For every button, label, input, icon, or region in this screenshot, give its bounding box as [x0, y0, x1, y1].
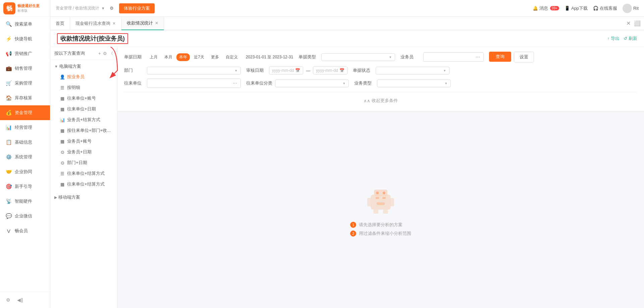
empty-hints: 1 请先选择要分析的方案 2 用过滤条件来缩小分析范围	[350, 222, 411, 237]
date-tab-last-month[interactable]: 上月	[147, 53, 160, 61]
topbar-left: 资金管理 / 收款情况统计 ▾ ⚙ 体验行业方案	[56, 3, 527, 13]
dept-label: 部门	[124, 67, 144, 73]
counterpart-select[interactable]: ···	[147, 79, 241, 88]
basic-icon: 📋	[5, 139, 12, 146]
sidebar-collapse-button[interactable]: ◀‖	[15, 295, 25, 305]
user-info[interactable]: Rit	[623, 4, 639, 13]
calendar-from-icon: 📅	[295, 68, 300, 73]
dept-chevron: ▾	[235, 68, 237, 73]
scheme-item-unit-dept-coll[interactable]: ▦ 按往来单位+部门+收...	[50, 125, 117, 136]
sidebar-item-sales[interactable]: 💼 销售管理	[0, 61, 50, 76]
scheme-item-staff-account[interactable]: ▦ 业务员+账号	[50, 136, 117, 147]
sidebar-bottom: ⚙ ◀‖	[0, 292, 50, 308]
date-tab-this-year[interactable]: 本年	[176, 53, 190, 61]
voucher-status-select[interactable]: ▾	[376, 67, 449, 74]
tab-collection[interactable]: 收款情况统计 ✕	[121, 17, 164, 30]
scheme-item-by-detail[interactable]: ☰ 按明细	[50, 82, 117, 93]
download-icon: 📱	[565, 6, 570, 11]
tab-bank-close[interactable]: ✕	[112, 21, 116, 26]
date-tab-7days[interactable]: 近7天	[191, 53, 207, 61]
messages-button[interactable]: 🔔 消息 99+	[533, 5, 559, 11]
query-button[interactable]: 查询	[489, 52, 511, 62]
review-date-filter: 审核日期 yyyy-mm-dd 📅 — yyyy-mm-dd 📅	[246, 66, 347, 74]
date-tab-this-month[interactable]: 本月	[162, 53, 175, 61]
scheme-item-staff-method[interactable]: 📊 业务员+结算方式	[50, 114, 117, 125]
sidebar-item-system[interactable]: ⚙️ 系统管理	[0, 150, 50, 164]
tab-collection-close[interactable]: ✕	[155, 21, 158, 25]
sidebar-settings-button[interactable]: ⚙	[3, 295, 13, 305]
right-panel: 单据日期 上月 本月 本年 近7天 更多 自定义 2023-01-01 至	[117, 47, 644, 308]
date-tab-custom[interactable]: 自定义	[223, 53, 240, 61]
topbar-settings-icon[interactable]: ⚙	[107, 4, 116, 13]
counterpart-more-icon[interactable]: ···	[233, 80, 237, 86]
review-date-to[interactable]: yyyy-mm-dd 📅	[313, 66, 347, 74]
scheme-item-unit-date[interactable]: ▦ 往来单位+日期	[50, 104, 117, 114]
add-scheme-icon[interactable]: +	[98, 51, 101, 56]
scheme-item-dept-date[interactable]: ⊙ 部门+日期	[50, 157, 117, 168]
refresh-button[interactable]: ↺ 刷新	[624, 36, 637, 42]
tab-maximize-icon[interactable]: ⬜	[634, 20, 641, 27]
sidebar-item-member[interactable]: V 畅会员	[0, 223, 50, 238]
dept-filter-item: 部门 ▾	[124, 67, 241, 74]
trial-button[interactable]: 体验行业方案	[119, 3, 155, 13]
voucher-type-select[interactable]: ▾	[321, 53, 395, 61]
sidebar-item-guide[interactable]: 🎯 新手引导	[0, 179, 50, 194]
scheme-item-unit-method1[interactable]: ☰ 往来单位+结算方式	[50, 168, 117, 179]
online-service-button[interactable]: 🎧 在线客服	[593, 5, 617, 11]
panel-collapse-icon[interactable]: 《	[109, 51, 113, 56]
empty-hint-2: 2 用过滤条件来缩小分析范围	[350, 230, 411, 237]
scheme-item-unit-method2[interactable]: ▦ 往来单位+结算方式	[50, 179, 117, 190]
system-icon: ⚙️	[5, 154, 12, 160]
corp-icon: 🤝	[5, 168, 12, 175]
tabbar-actions: ✕ ⬜	[626, 20, 644, 27]
biz-type-select[interactable]: ▾	[377, 80, 451, 87]
export-button[interactable]: ↑ 导出	[607, 36, 620, 42]
sidebar-item-search[interactable]: 🔍 搜索菜单	[0, 17, 50, 32]
staff-select[interactable]: ···	[423, 52, 484, 62]
sidebar-item-finance[interactable]: 💰 资金管理	[0, 105, 50, 120]
sidebar-item-quicknav[interactable]: ⚡ 快捷导航	[0, 32, 50, 46]
unit-method1-icon: ☰	[60, 171, 65, 176]
sidebar-item-purchase[interactable]: 🛒 采购管理	[0, 76, 50, 91]
sidebar-item-wechat[interactable]: 💬 企业微信	[0, 209, 50, 223]
collapse-area: ∧∧ 收起更多条件	[124, 92, 637, 104]
tab-bank[interactable]: 现金银行流水查询 ✕	[70, 17, 121, 30]
date-filter-label: 单据日期	[124, 54, 144, 60]
scheme-item-staff-date[interactable]: ⊙ 业务员+日期	[50, 147, 117, 157]
scheme-settings-icon[interactable]: ⚙	[103, 51, 107, 56]
svg-point-2	[376, 192, 379, 194]
scheme-group-mobile-header[interactable]: ▶ 移动端方案	[50, 192, 117, 202]
refresh-icon: ↺	[624, 36, 627, 41]
breadcrumb: 资金管理 / 收款情况统计	[56, 5, 99, 11]
tab-close-all-icon[interactable]: ✕	[626, 20, 631, 27]
scheme-group-pc-header[interactable]: ▼ 电脑端方案	[50, 61, 117, 71]
sidebar-item-hardware[interactable]: 📡 智能硬件	[0, 194, 50, 209]
settings-button[interactable]: 设置	[514, 52, 534, 62]
hardware-icon: 📡	[5, 198, 12, 205]
sidebar-item-operations[interactable]: 📊 经营管理	[0, 120, 50, 135]
counterpart-label: 往来单位	[124, 80, 144, 86]
page-header: 收款情况统计(按业务员) ↑ 导出 ↺ 刷新	[50, 30, 644, 47]
sidebar-item-marketing[interactable]: 📢 营销推广	[0, 46, 50, 61]
topbar-right: 🔔 消息 99+ 📱 App下载 🎧 在线客服 Rit	[533, 4, 639, 13]
sidebar-item-corp[interactable]: 🤝 企业协同	[0, 164, 50, 179]
sidebar-item-basic[interactable]: 📋 基础信息	[0, 135, 50, 150]
sidebar-item-inventory[interactable]: 🏠 库存核算	[0, 91, 50, 105]
tab-home[interactable]: 首页	[50, 17, 70, 30]
staff-account-icon: ▦	[60, 139, 65, 144]
scheme-item-unit-account[interactable]: ▦ 往来单位+账号	[50, 93, 117, 104]
dept-select[interactable]: ▾	[147, 67, 241, 74]
staff-more-icon[interactable]: ···	[476, 54, 480, 60]
service-icon: 🎧	[593, 6, 598, 11]
scheme-item-by-staff[interactable]: 👤 按业务员	[50, 71, 117, 82]
date-tab-more[interactable]: 更多	[208, 53, 222, 61]
breadcrumb-dropdown-icon[interactable]: ▾	[102, 6, 104, 11]
review-date-from[interactable]: yyyy-mm-dd 📅	[269, 66, 303, 74]
counterpart-type-chevron: ▾	[343, 81, 345, 86]
counterpart-type-select[interactable]: ▾	[275, 80, 349, 87]
app-download-button[interactable]: 📱 App下载	[565, 5, 588, 11]
collapse-button[interactable]: ∧∧ 收起更多条件	[364, 98, 398, 104]
voucher-type-label: 单据类型	[299, 54, 319, 60]
svg-rect-7	[367, 198, 371, 206]
staff-date-icon: ⊙	[60, 149, 65, 155]
